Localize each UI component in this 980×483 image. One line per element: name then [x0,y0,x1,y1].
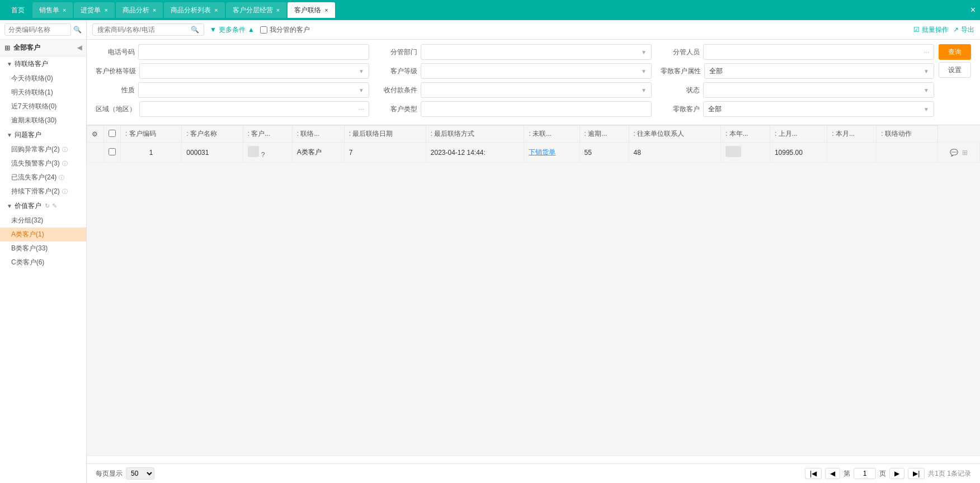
batch-operations-btn[interactable]: ☑ 批量操作 [913,25,949,35]
customer-level-input[interactable]: ▼ [421,63,652,79]
region-more-icon: ··· [359,105,364,113]
sidebar-item-a-class[interactable]: A类客户(1) [0,228,86,242]
page-size-select[interactable]: 50 100 [126,467,154,480]
tab-customer-tier[interactable]: 客户分层经营 × [226,2,286,18]
row-last-month [827,143,877,163]
my-customers-checkbox[interactable] [260,26,267,34]
filter-row-1: 电话号码 分管部门 ▼ 分管人员 [96,44,934,60]
tab-customer-contact-close[interactable]: × [324,7,328,13]
tab-product-analysis-close[interactable]: × [153,7,156,13]
phone-input[interactable] [138,44,369,60]
b-class-label: B类客户(33) [11,244,48,253]
tab-customer-contact[interactable]: 客户联络 × [288,2,334,18]
sidebar-all-customers[interactable]: ⊞ 全部客户 ◀ [0,40,86,56]
search-icon[interactable]: 🔍 [191,26,199,34]
sidebar-item-repurchase-abnormal[interactable]: 回购异常客户(2) ⓘ [0,143,86,157]
problem-customers-group[interactable]: ▼ 问题客户 [0,127,86,143]
tab-purchase-close[interactable]: × [104,7,107,13]
retail-attr-label: 零散客户属性 [661,67,701,76]
close-all-tabs[interactable]: × [970,5,976,15]
refresh-icon[interactable]: ↻ [45,202,50,210]
next-page-btn[interactable]: ▶ [889,468,904,479]
price-level-input[interactable]: ▼ [139,63,369,79]
search-box[interactable]: 🔍 [92,23,204,36]
tab-product-analysis-list-close[interactable]: × [214,7,218,13]
action-col-header: : 联络动作 [877,126,937,143]
edit-icon[interactable]: ✎ [52,202,57,210]
payment-label: 收付款条件 [378,86,417,95]
sidebar-item-churn-warning[interactable]: 流失预警客户(3) ⓘ [0,157,86,171]
tab-product-analysis-list[interactable]: 商品分析列表 × [164,2,224,18]
customer-type-input[interactable] [421,101,652,117]
sidebar-item-c-class[interactable]: C类客户(6) [0,255,86,269]
prev-page-btn[interactable]: ◀ [825,468,840,479]
person-input[interactable]: ··· [703,44,934,60]
row-actions[interactable]: 💬 ⊞ [937,143,979,163]
table-header-row: ⚙ : 客户编码 : 客户名称 : 客户... : 联络... : 最后联络日期… [87,126,980,143]
tab-purchase[interactable]: 进货单 × [74,2,114,18]
sidebar-item-tomorrow[interactable]: 明天待联络(1) [0,86,86,100]
sidebar-item-overdue[interactable]: 逾期未联络(30) [0,113,86,127]
table-scroll-wrapper[interactable]: ⚙ : 客户编码 : 客户名称 : 客户... : 联络... : 最后联络日期… [87,125,980,456]
chat-icon[interactable]: 💬 [950,149,958,157]
row-checkbox-cell[interactable] [104,143,121,163]
sidebar-item-b-class[interactable]: B类客户(33) [0,242,86,255]
tab-sales[interactable]: 销售单 × [32,2,73,18]
sidebar-search-icon[interactable]: 🔍 [73,26,82,34]
search-input[interactable] [97,26,191,34]
retail-attr-input[interactable]: 全部 ▼ [704,63,934,79]
row-checkbox[interactable] [109,148,116,155]
last-date-col-header: : 最后联络日期 [344,126,426,143]
dept-input[interactable]: ▼ [421,44,652,60]
payment-dropdown-icon: ▼ [641,87,647,93]
customer-level-label: 客户等级 [378,67,417,76]
retail-customer-value: 全部 [708,105,722,114]
select-all-checkbox[interactable] [109,130,116,137]
pending-contact-group[interactable]: ▼ 待联络客户 [0,56,86,72]
sidebar-item-today[interactable]: 今天待联络(0) [0,72,86,86]
tab-product-analysis[interactable]: 商品分析 × [116,2,163,18]
payment-input[interactable]: ▼ [421,82,652,98]
sidebar-item-declining[interactable]: 持续下滑客户(2) ⓘ [0,184,86,198]
row-class: A类客户 [292,143,344,163]
tab-home[interactable]: 首页 [4,2,31,18]
dept-dropdown-icon: ▼ [641,49,647,55]
tab-customer-tier-close[interactable]: × [276,7,280,13]
qr-icon[interactable]: ⊞ [962,149,968,157]
value-label: 价值客户 [15,201,41,211]
page-input[interactable] [854,468,876,479]
retail-customer-input[interactable]: 全部 ▼ [703,101,934,117]
page-num-label: 第 [844,469,850,479]
batch-icon: ☑ [913,26,920,34]
sidebar-item-7days[interactable]: 近7天待联络(0) [0,100,86,113]
value-customers-group[interactable]: ▼ 价值客户 ↻ ✎ [0,198,86,214]
person-field: 分管人员 ··· [661,44,934,60]
collapse-icon: ◀ [77,44,82,51]
horizontal-scroll[interactable] [87,456,980,463]
nature-input[interactable]: ▼ [138,82,369,98]
a-class-label: A类客户(1) [11,230,44,239]
checkbox-col-header[interactable] [104,126,121,143]
info-icon-1: ⓘ [62,146,68,154]
status-input[interactable]: ▼ [703,82,934,98]
row-name[interactable]: ? [243,143,292,163]
filter-row-4: 区域（地区） ··· 客户类型 零散客户 [96,101,934,117]
tab-sales-label: 销售单 [39,6,59,15]
last-page-btn[interactable]: ▶| [908,468,925,479]
gear-col-header[interactable]: ⚙ [87,126,104,143]
7days-label: 近7天待联络(0) [11,102,56,111]
my-customers-checkbox-area[interactable]: 我分管的客户 [260,25,310,35]
query-button[interactable]: 查询 [939,44,971,60]
region-input[interactable]: ··· [139,101,369,117]
first-page-btn[interactable]: |◀ [805,468,822,479]
dept-label: 分管部门 [378,48,417,57]
sidebar-search-input[interactable] [4,23,71,36]
row-last-method[interactable]: 下销货单 [524,143,579,163]
setting-button[interactable]: 设置 [939,62,971,78]
export-btn[interactable]: ↗ 导出 [953,25,974,35]
tab-sales-close[interactable]: × [63,7,66,13]
more-filters-btn[interactable]: ▼ 更多条件 ▲ [210,25,255,35]
sidebar-item-churned[interactable]: 已流失客户(24) ⓘ [0,171,86,184]
export-label: 导出 [961,25,974,35]
sidebar-item-unclassified[interactable]: 未分组(32) [0,214,86,228]
